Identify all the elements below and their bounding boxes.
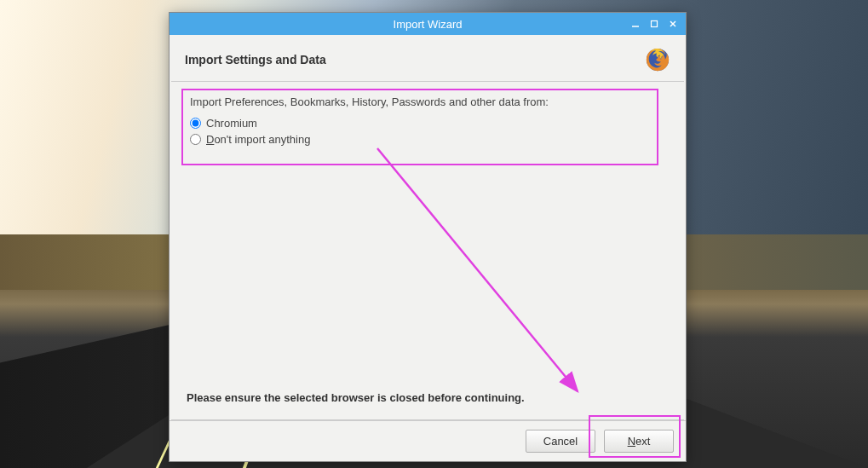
radio-input-chromium[interactable]: [190, 118, 201, 129]
import-wizard-dialog: Import Wizard Import Settings and Data I…: [169, 12, 687, 462]
radio-label-dont-import: Don't import anything: [206, 133, 310, 146]
titlebar[interactable]: Import Wizard: [170, 13, 686, 35]
content-area: Import Preferences, Bookmarks, History, …: [170, 82, 686, 419]
svg-rect-1: [652, 21, 658, 27]
button-bar: Cancel Next: [170, 420, 686, 461]
window-controls: [626, 15, 682, 32]
minimize-icon: [631, 20, 640, 28]
radio-option-chromium[interactable]: Chromium: [190, 117, 670, 130]
firefox-icon: [645, 47, 670, 72]
warning-text: Please ensure the selected browser is cl…: [187, 391, 525, 404]
maximize-button[interactable]: [645, 15, 664, 32]
import-prompt: Import Preferences, Bookmarks, History, …: [190, 95, 670, 108]
maximize-icon: [650, 20, 658, 28]
page-title: Import Settings and Data: [185, 53, 645, 66]
radio-input-dont-import[interactable]: [190, 134, 201, 145]
radio-option-dont-import[interactable]: Don't import anything: [190, 133, 670, 146]
next-button[interactable]: Next: [604, 430, 674, 453]
dialog-header: Import Settings and Data: [170, 35, 686, 81]
close-icon: [669, 20, 677, 28]
radio-label-chromium: Chromium: [206, 117, 257, 130]
cancel-button[interactable]: Cancel: [526, 430, 595, 453]
close-button[interactable]: [664, 15, 682, 32]
minimize-button[interactable]: [626, 15, 645, 32]
window-title: Import Wizard: [170, 18, 686, 31]
